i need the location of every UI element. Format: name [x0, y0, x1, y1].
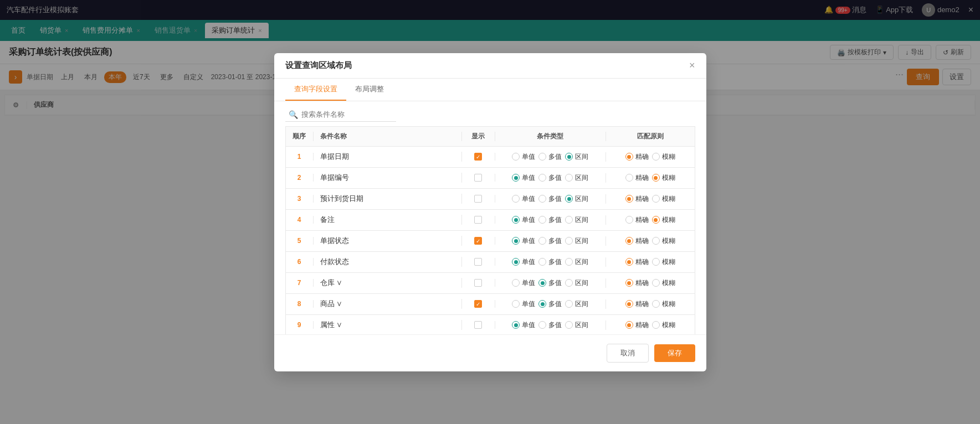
- dialog-tabs: 查询字段设置 布局调整: [274, 79, 706, 101]
- dialog-title: 设置查询区域布局: [285, 60, 352, 71]
- dialog-tab-query-fields[interactable]: 查询字段设置: [285, 79, 346, 101]
- search-box: 🔍: [285, 108, 396, 121]
- dialog-close-button[interactable]: ×: [689, 60, 695, 71]
- search-icon: 🔍: [289, 110, 298, 119]
- settings-dialog: 设置查询区域布局 × 查询字段设置 布局调整 🔍 顺序 条件名称: [274, 53, 706, 121]
- search-input[interactable]: [301, 110, 384, 118]
- modal-overlay: 设置查询区域布局 × 查询字段设置 布局调整 🔍 顺序 条件名称: [0, 0, 980, 120]
- dialog-search-area: 🔍: [274, 101, 706, 121]
- dialog-header: 设置查询区域布局 ×: [274, 53, 706, 79]
- dialog-tab-layout-adjust[interactable]: 布局调整: [346, 79, 393, 101]
